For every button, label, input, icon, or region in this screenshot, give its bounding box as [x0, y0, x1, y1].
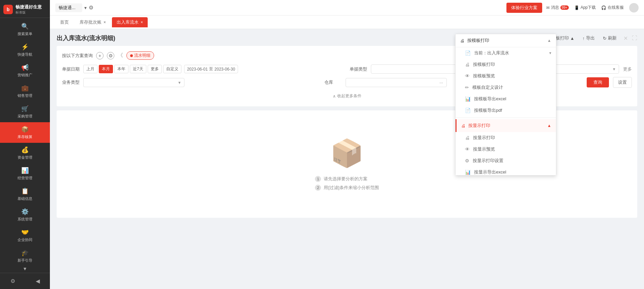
sidebar-collapse-btn[interactable]: ◀ [34, 276, 42, 286]
date-range-start: 2023-06-01 [187, 67, 208, 72]
brand-info: 畅捷通好生意 标准版 [16, 4, 42, 15]
search-collapse-btn[interactable]: 《 [118, 52, 123, 59]
display-export-excel-btn[interactable]: 📊 按显示导出excel [456, 166, 556, 176]
brand-sub: 标准版 [16, 10, 42, 15]
date-filter-prev-month[interactable]: 上月 [83, 65, 97, 73]
user-avatar[interactable] [629, 3, 639, 12]
template-print-section-header[interactable]: 🖨 按模板打印 ▲ [456, 34, 556, 47]
nav-icon-purchase: 🛒 [21, 105, 29, 112]
export-btn[interactable]: ↑ 导出 [580, 34, 598, 43]
empty-icon: 📦 [330, 137, 364, 169]
nav-label-inventory: 库存核算 [18, 134, 32, 139]
date-label: 单据日期 [62, 66, 81, 72]
tab-home[interactable]: 首页 [55, 17, 74, 27]
tp-pdf-icon: 📄 [465, 108, 471, 113]
section-divider [456, 117, 556, 118]
sidebar-item-finance[interactable]: 💰 资金管理 [0, 143, 50, 163]
date-filter-current-year[interactable]: 本年 [114, 65, 128, 73]
display-print-section-header[interactable]: 🖨 按显示打印 ▲ [456, 119, 556, 132]
nav-icon-cooperation: 🤝 [21, 229, 29, 236]
date-range-input[interactable]: 2023-06-01 至 2023-06-30 [184, 65, 238, 73]
tab-flow-close-btn[interactable]: × [141, 20, 143, 25]
date-filter-current-month[interactable]: 本月 [99, 65, 113, 73]
sidebar-settings-btn[interactable]: ⚙ [8, 276, 17, 286]
display-preview-btn[interactable]: 👁 按显示预览 [456, 143, 556, 155]
display-section-icon: 🖨 [461, 123, 466, 128]
display-print-btn[interactable]: 🖨 按显示打印 [456, 132, 556, 143]
tab-batch-account-label: 库存批次账 [80, 19, 101, 25]
nav-label-operation: 经营管理 [18, 176, 32, 181]
collapse-label: 收起更多条件 [337, 93, 361, 99]
bill-type-dropdown-icon: ▾ [613, 67, 615, 72]
main-area: 畅捷通... ▾ ⚙ 体验行业方案 ✉ 消息 99+ 📱 App下载 🎧 在线客… [50, 0, 644, 289]
current-template-label[interactable]: 📄 当前：出入库流水 ▾ [456, 47, 556, 59]
settings-btn[interactable]: 设置 [613, 77, 632, 88]
template-export-pdf-btn[interactable]: 📄 按模板导出pdf [456, 105, 556, 116]
search-active-tag[interactable]: 流水明细 [126, 51, 154, 60]
sidebar-item-guide[interactable]: 🎓 新手引导 [0, 246, 50, 265]
bill-type-more-btn[interactable]: 更多 [623, 66, 632, 72]
date-filter-last-7-days[interactable]: 近7天 [130, 65, 146, 73]
date-filter-more[interactable]: 更多 [148, 65, 162, 73]
trial-btn[interactable]: 体验行业方案 [506, 3, 542, 13]
tab-batch-close-btn[interactable]: × [104, 20, 106, 25]
top-header: 畅捷通... ▾ ⚙ 体验行业方案 ✉ 消息 99+ 📱 App下载 🎧 在线客… [50, 0, 644, 16]
printer-section-icon: 🖨 [460, 38, 465, 43]
query-btn[interactable]: 查询 [587, 77, 609, 87]
nav-label-guide: 新手引导 [18, 258, 32, 263]
maximize-btn[interactable]: ⛶ [632, 35, 637, 41]
sidebar-nav: 🔍 搜索菜单 ⚡ 快捷导航 📢 营销推广 💼 销售管理 🛒 采购管理 📦 库存核… [0, 18, 50, 265]
sidebar-item-inventory[interactable]: 📦 库存核算 [0, 122, 50, 143]
template-print-btn[interactable]: 🖨 按模板打印 [456, 59, 556, 70]
sidebar-item-operation[interactable]: 📊 经营管理 [0, 163, 50, 184]
sidebar: b 畅捷通好生意 标准版 🔍 搜索菜单 ⚡ 快捷导航 📢 营销推广 💼 销售管理… [0, 0, 50, 289]
date-filters: 上月 本月 本年 近7天 更多 自定义 [83, 65, 181, 73]
brand-name: 畅捷通好生意 [16, 4, 42, 10]
sidebar-item-marketing[interactable]: 📢 营销推广 [0, 60, 50, 81]
date-range-end: 2023-06-30 [214, 67, 235, 72]
sidebar-item-sales[interactable]: 💼 销售管理 [0, 81, 50, 102]
sidebar-scroll-down[interactable]: ▼ [0, 265, 50, 273]
search-add-btn[interactable]: + [96, 52, 104, 59]
sidebar-bottom: ⚙ ◀ [0, 273, 50, 289]
display-print-settings-btn[interactable]: ⚙ 按显示打印设置 [456, 155, 556, 166]
online-service-btn[interactable]: 🎧 在线客服 [601, 5, 624, 10]
date-filter-custom[interactable]: 自定义 [163, 65, 181, 73]
print-dropdown: 🖨 按模板打印 ▲ 📄 当前：出入库流水 ▾ 🖨 按模板打印 👁 按模板预览 ✏ [455, 34, 556, 176]
sidebar-item-system[interactable]: ⚙️ 系统管理 [0, 205, 50, 225]
service-icon: 🎧 [601, 5, 606, 10]
sidebar-header: b 畅捷通好生意 标准版 [0, 0, 50, 18]
tab-batch-account[interactable]: 库存批次账 × [75, 17, 111, 27]
section-title-display: 🖨 按显示打印 [461, 123, 490, 129]
tp-preview-icon: 👁 [465, 73, 470, 79]
nav-icon-marketing: 📢 [21, 64, 29, 71]
header-username[interactable]: 畅捷通... [55, 3, 82, 12]
nav-icon-inventory: 📦 [21, 126, 29, 133]
sidebar-item-purchase[interactable]: 🛒 采购管理 [0, 102, 50, 122]
app-download-btn[interactable]: 📱 App下载 [574, 5, 596, 10]
tab-close-btn[interactable]: ✕ [623, 35, 628, 42]
header-dropdown-icon[interactable]: ▾ [84, 5, 87, 10]
nav-label-search: 搜索菜单 [18, 31, 32, 36]
page-title: 出入库流水(流水明细) [57, 34, 115, 42]
refresh-btn[interactable]: ↻ 刷新 [600, 34, 619, 43]
nav-icon-system: ⚙️ [21, 208, 29, 215]
template-preview-btn[interactable]: 👁 按模板预览 [456, 70, 556, 82]
header-user-area: 畅捷通... ▾ ⚙ [55, 3, 502, 12]
warehouse-select[interactable]: ··· [346, 78, 447, 87]
sidebar-item-basic[interactable]: 📋 基础信息 [0, 184, 50, 205]
business-type-select[interactable]: ▾ [83, 78, 184, 87]
header-settings-icon[interactable]: ⚙ [89, 4, 93, 11]
tab-flow[interactable]: 出入库流水 × [112, 17, 148, 27]
template-export-excel-btn[interactable]: 📊 按模板导出excel [456, 93, 556, 105]
messages-badge: 99+ [560, 5, 569, 10]
sidebar-item-search[interactable]: 🔍 搜索菜单 [0, 19, 50, 40]
sidebar-item-cooperation[interactable]: 🤝 企业协同 [0, 225, 50, 246]
messages-btn[interactable]: ✉ 消息 99+ [546, 5, 569, 10]
search-settings-btn[interactable]: ⚙ [107, 52, 114, 59]
empty-tip-2: 2 用[过滤]条件来缩小分析范围 [315, 185, 379, 191]
warehouse-label: 仓库 [324, 79, 343, 85]
template-custom-btn[interactable]: ✏ 模板自定义设计 [456, 82, 556, 93]
sidebar-item-shortcut[interactable]: ⚡ 快捷导航 [0, 40, 50, 60]
nav-label-finance: 资金管理 [18, 155, 32, 160]
